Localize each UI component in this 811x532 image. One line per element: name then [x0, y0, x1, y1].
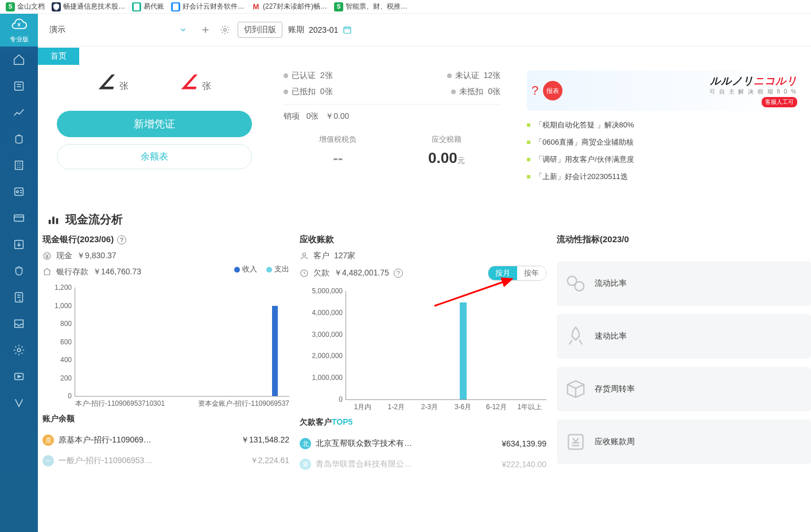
tax-due-value: 0.00 — [428, 149, 457, 166]
nav-video[interactable] — [0, 363, 38, 390]
calendar-icon — [343, 25, 352, 34]
customer-label: 客户 — [313, 251, 329, 261]
nav-bank[interactable] — [0, 205, 38, 231]
customer-name: 北京互帮联众数字技术有… — [316, 438, 412, 449]
nav-v[interactable] — [0, 390, 38, 416]
account-badge: 一 — [42, 455, 54, 467]
news-item[interactable]: 「上新」好会计20230511迭 — [527, 168, 802, 185]
new-voucher-button[interactable]: 新增凭证 — [57, 111, 252, 137]
top5-suffix: TOP5 — [332, 417, 352, 426]
switch-old-version-button[interactable]: 切到旧版 — [238, 22, 282, 38]
logo[interactable]: ¥ 专业版 — [0, 14, 38, 46]
svg-point-6 — [16, 191, 18, 193]
sales-label: 销项 — [284, 111, 300, 121]
news-item[interactable]: 「0606直播」商贸企业辅助核 — [527, 134, 802, 151]
chart-legend: 收入 支出 — [234, 264, 289, 274]
ar-aging-chart: 0 1,000,000 2,000,000 3,000,000 4,000,00… — [346, 291, 546, 400]
voucher-count-icon: ∠ — [180, 71, 197, 94]
bookmark-icon: S — [334, 2, 343, 11]
help-icon[interactable]: ? — [394, 269, 403, 278]
customer-amount: ¥634,139.99 — [502, 439, 546, 448]
toggle-year-button[interactable]: 按年 — [517, 266, 546, 280]
svg-text:¥: ¥ — [17, 22, 21, 28]
news-item[interactable]: 「调研」用友客户/伙伴满意度 — [527, 151, 802, 168]
customer-value: 127家 — [334, 251, 355, 261]
shield-icon — [52, 2, 61, 11]
liq-label: 存货周转率 — [595, 384, 635, 394]
settings-button[interactable] — [218, 23, 232, 37]
news-item[interactable]: 「税期自动化答疑 」解决80% — [527, 117, 802, 134]
nav-inbox[interactable] — [0, 310, 38, 337]
tax-label: 未认证 — [455, 71, 479, 80]
bookmark-item[interactable]: S 智能票、财、税推… — [334, 2, 408, 11]
doc-icon — [132, 2, 141, 11]
nav-report[interactable] — [0, 99, 38, 126]
nav-tax[interactable] — [0, 178, 38, 205]
nav-receipt[interactable] — [0, 284, 38, 310]
liquidity-panel: 流动性指标(2023/0 流动比率 速动比率 存货周转率 — [557, 234, 811, 475]
sales-amount: ￥0.00 — [325, 111, 349, 121]
tax-value: 0张 — [320, 87, 333, 96]
nav-hand[interactable] — [0, 258, 38, 284]
sales-count: 0张 — [306, 111, 319, 121]
account-row[interactable]: 一 一般户-招行-110906953… ￥2,224.61 — [42, 451, 289, 471]
bookmark-item[interactable]: S 金山文档 — [6, 2, 45, 11]
nav-voucher[interactable] — [0, 73, 38, 99]
svg-point-10 — [17, 348, 21, 352]
x-axis-labels: 1月内 1-2月 2-3月 3-6月 6-12月 1年以上 — [346, 402, 546, 412]
help-icon[interactable]: ? — [117, 235, 126, 244]
add-button[interactable] — [199, 23, 212, 37]
liquidity-card-current-ratio[interactable]: 流动比率 — [557, 261, 811, 306]
ar-panel: 应收账款 客户 127家 欠款 — [300, 234, 546, 475]
bookmark-item[interactable]: M (227封未读邮件)畅… — [251, 2, 327, 11]
bookmark-item[interactable]: 好会计云财务软件… — [171, 2, 245, 11]
cash-bank-panel: 现金银行(2023/06) ? 现金 ￥9,830.37 — [42, 234, 289, 475]
bookmark-item[interactable]: 畅捷通信息技术股… — [52, 2, 125, 11]
cashflow-section-title: 现金流分析 — [38, 203, 811, 234]
news-text: 「0606直播」商贸企业辅助核 — [535, 137, 634, 147]
vat-burden-value: -- — [319, 149, 356, 167]
toggle-month-button[interactable]: 按月 — [488, 266, 517, 280]
top5-title: 欠款客户 — [300, 417, 332, 426]
account-amount: ￥131,548.22 — [241, 435, 289, 445]
bookmark-item[interactable]: 易代账 — [132, 2, 164, 11]
balance-sheet-button[interactable]: 余额表 — [57, 144, 252, 169]
org-select-label: 演示 — [49, 25, 65, 35]
top-customer-row[interactable]: 青 青岛华联普合科技有限公… ¥222,140.00 — [300, 454, 546, 475]
account-name: 一般户-招行-110906953… — [59, 456, 152, 466]
news-banner[interactable]: ? 报表 ルルノリニコルリ 可 自 主 解 决 税 期 8 0 % 客服人工可 — [527, 71, 802, 111]
owe-value: ￥4,482,001.75 — [334, 268, 389, 278]
tab-home[interactable]: 首页 — [38, 48, 79, 65]
account-row[interactable]: 原 原基本户-招行-1109069… ￥131,548.22 — [42, 430, 289, 451]
liquidity-card-ar-turnover[interactable]: 应收账款周 — [557, 420, 811, 464]
nav-home[interactable] — [0, 46, 38, 73]
tax-card: 已认证 2张 未认证 12张 已抵扣 0张 未抵扣 0张 销项 0张 ￥0.00 — [274, 65, 510, 195]
chevron-down-icon — [179, 26, 187, 34]
yen-icon — [42, 251, 52, 261]
bank-label: 银行存款 — [56, 267, 88, 277]
nav-building[interactable] — [0, 152, 38, 178]
liquidity-card-quick-ratio[interactable]: 速动比率 — [557, 314, 811, 359]
nav-money[interactable] — [0, 126, 38, 152]
customer-badge: 北 — [300, 438, 311, 449]
liquidity-card-inventory-turnover[interactable]: 存货周转率 — [557, 367, 811, 411]
bookmark-label: 智能票、财、税推… — [346, 2, 408, 11]
bar-income — [272, 306, 278, 396]
top-customer-row[interactable]: 北 北京互帮联众数字技术有… ¥634,139.99 — [300, 433, 546, 454]
nav-settings[interactable] — [0, 337, 38, 363]
tax-due-unit: 元 — [457, 156, 465, 165]
bookmark-label: (227封未读邮件)畅… — [263, 2, 327, 11]
tabs: 首页 — [38, 46, 811, 65]
period-picker[interactable]: 账期 2023-01 — [288, 25, 352, 35]
nav-download[interactable] — [0, 231, 38, 258]
bank-value: ￥146,760.73 — [93, 267, 141, 277]
svg-rect-3 — [15, 82, 24, 91]
account-name: 原基本户-招行-1109069… — [59, 435, 152, 445]
doc-icon — [171, 2, 180, 11]
tax-value: 0张 — [488, 87, 500, 96]
org-select[interactable]: 演示 — [44, 22, 193, 37]
panel-title-text: 应收账款 — [300, 234, 546, 245]
bar-chart-icon — [47, 213, 60, 226]
cash-value: ￥9,830.37 — [77, 251, 117, 261]
banner-cta[interactable]: 客服人工可 — [762, 97, 797, 107]
